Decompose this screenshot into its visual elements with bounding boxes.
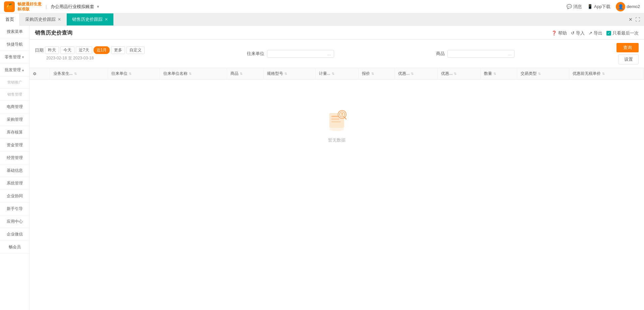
export-btn[interactable]: ↗ 导出	[589, 30, 602, 36]
sort-icon-partner-code: ⇅	[129, 72, 131, 75]
expand-btn[interactable]: ⛶	[635, 17, 640, 22]
filter-buttons: 查询 设置	[616, 43, 639, 64]
th-pretax-price[interactable]: 优惠前无税单价 ⇅	[569, 68, 644, 80]
sort-icon-unit: ⇅	[332, 72, 334, 75]
sort-icon-discount2: ⇅	[454, 72, 457, 75]
filter-section: 日期 昨天 今天 近7天 近1月 更多 自定义 2023-02-18 至 202…	[30, 40, 644, 68]
sidebar-item-retail-mgmt[interactable]: 零售管理 ▼	[0, 51, 29, 64]
system-title: 办公用品行业模拟账套	[51, 4, 94, 10]
sidebar-item-operations-mgmt[interactable]: 经营管理	[0, 152, 29, 164]
user-menu[interactable]: 👤 demo2	[616, 2, 640, 11]
sort-icon-pretax-price: ⇅	[602, 72, 605, 75]
help-btn[interactable]: ❓ 帮助	[551, 30, 567, 36]
sort-icon-trade-type: ⇅	[538, 72, 541, 75]
tab-sales[interactable]: 销售历史价跟踪 ✕	[67, 13, 114, 25]
th-spec[interactable]: 规格型号 ⇅	[264, 68, 316, 80]
tabbar: 首页 采购历史价跟踪 ✕ 销售历史价跟踪 ✕ ✕ ⛶	[0, 13, 644, 25]
date-btn-yesterday[interactable]: 昨天	[45, 46, 59, 54]
sidebar-item-wholesale-mgmt[interactable]: 批发管理 ▲	[0, 64, 29, 76]
th-trade-type[interactable]: 交易类型 ⇅	[517, 68, 569, 80]
sidebar-item-app-center[interactable]: 应用中心	[0, 215, 29, 228]
sidebar-item-quick-nav[interactable]: 快捷导航	[0, 38, 29, 51]
sidebar-item-purchase-mgmt[interactable]: 采购管理	[0, 113, 29, 126]
sidebar-item-new-guide[interactable]: 新手引导	[0, 203, 29, 215]
sort-icon-quantity: ⇅	[493, 72, 496, 75]
empty-icon	[323, 106, 350, 133]
svg-point-8	[341, 113, 343, 114]
content-area: 销售历史价查询 ❓ 帮助 ↺ 导入 ↗ 导出 ✓ 只看最后一次	[30, 25, 644, 310]
date-btn-7days[interactable]: 近7天	[76, 46, 92, 54]
sort-icon-quoted-price: ⇅	[371, 72, 374, 75]
topbar: 🍊 畅捷通好生意 标准版 | 办公用品行业模拟账套 ▾ 💬 消息 📱 App下载…	[0, 0, 644, 13]
th-unit[interactable]: 计量... ⇅	[315, 68, 358, 80]
app-download-icon: 📱	[587, 4, 593, 9]
th-quoted-price[interactable]: 报价 ⇅	[358, 68, 395, 80]
wholesale-arrow-icon: ▲	[21, 68, 25, 72]
date-range-text: 2023-02-18 至 2023-03-18	[46, 56, 94, 60]
partner-input[interactable]	[270, 51, 327, 56]
tabbar-actions: ✕ ⛶	[629, 17, 644, 22]
sidebar-item-enterprise-coop[interactable]: 企业协同	[0, 190, 29, 203]
main-layout: 搜索菜单 快捷导航 零售管理 ▼ 批发管理 ▲ 营销推广 销售管理 电商管理 采	[0, 25, 644, 310]
import-btn[interactable]: ↺ 导入	[571, 30, 585, 36]
message-btn[interactable]: 💬 消息	[567, 4, 582, 10]
partner-label: 往来单位	[247, 51, 264, 57]
date-btn-custom[interactable]: 自定义	[126, 46, 145, 54]
th-product[interactable]: 商品 ⇅	[227, 68, 264, 80]
sidebar-item-system-mgmt[interactable]: 系统管理	[0, 177, 29, 190]
sort-icon-product: ⇅	[240, 72, 243, 75]
gear-icon[interactable]: ⚙	[33, 71, 37, 76]
th-partner-name[interactable]: 往来单位名称 ⇅	[160, 68, 227, 80]
th-discount2[interactable]: 优惠... ⇅	[438, 68, 481, 80]
settings-button[interactable]: 设置	[619, 54, 639, 64]
date-label: 日期	[35, 47, 44, 53]
th-gear[interactable]: ⚙	[30, 68, 50, 80]
partner-dots-icon: ...	[327, 51, 331, 56]
sidebar-item-member[interactable]: 畅会员	[0, 241, 29, 254]
filter-top-row: 日期 昨天 今天 近7天 近1月 更多 自定义 2023-02-18 至 202…	[35, 43, 639, 64]
message-icon: 💬	[567, 4, 572, 9]
data-table: ⚙ 业务发生... ⇅ 往来单位 ⇅	[30, 68, 644, 80]
sidebar-item-marketing[interactable]: 营销推广	[0, 76, 29, 89]
table-header: ⚙ 业务发生... ⇅ 往来单位 ⇅	[30, 68, 644, 80]
import-icon: ↺	[571, 31, 575, 36]
close-all-tabs-btn[interactable]: ✕	[629, 17, 633, 22]
user-avatar: 👤	[616, 2, 625, 11]
page-header-actions: ❓ 帮助 ↺ 导入 ↗ 导出 ✓ 只看最后一次	[551, 30, 639, 36]
page-title: 销售历史价查询	[35, 30, 72, 37]
sort-icon-discount1: ⇅	[411, 72, 414, 75]
tab-sales-close[interactable]: ✕	[105, 17, 108, 22]
sidebar-item-sales-mgmt[interactable]: 销售管理	[0, 89, 29, 101]
empty-text: 暂无数据	[328, 137, 345, 143]
sidebar-item-finance-mgmt[interactable]: 资金管理	[0, 139, 29, 152]
sidebar-item-inventory[interactable]: 库存核算	[0, 126, 29, 139]
product-filter: 商品 ...	[436, 50, 515, 58]
sidebar-item-basic-info[interactable]: 基础信息	[0, 164, 29, 177]
product-dots-icon: ...	[508, 51, 512, 56]
th-partner-code[interactable]: 往来单位 ⇅	[108, 68, 160, 80]
app-download-btn[interactable]: 📱 App下载	[587, 4, 610, 10]
date-btn-1month[interactable]: 近1月	[94, 46, 110, 54]
query-button[interactable]: 查询	[616, 43, 639, 52]
product-input[interactable]	[450, 51, 508, 56]
only-last-checkbox[interactable]: ✓ 只看最后一次	[606, 30, 639, 36]
brand-logo: 🍊	[4, 1, 15, 12]
sidebar-item-search-menu[interactable]: 搜索菜单	[0, 25, 29, 38]
sidebar-item-enterprise-wechat[interactable]: 企业微信	[0, 228, 29, 241]
date-btn-more[interactable]: 更多	[111, 46, 125, 54]
system-title-dropdown-icon[interactable]: ▾	[97, 4, 99, 9]
empty-state: 暂无数据	[30, 80, 644, 170]
product-input-wrap[interactable]: ...	[447, 50, 515, 58]
th-discount1[interactable]: 优惠... ⇅	[395, 68, 438, 80]
svg-rect-3	[331, 118, 339, 120]
checkbox-icon: ✓	[606, 31, 611, 36]
sort-icon-spec: ⇅	[284, 72, 287, 75]
th-biz-date[interactable]: 业务发生... ⇅	[50, 68, 108, 80]
tab-home[interactable]: 首页	[0, 13, 20, 25]
tab-purchase-close[interactable]: ✕	[58, 17, 61, 22]
th-quantity[interactable]: 数量 ⇅	[481, 68, 517, 80]
sidebar-item-ecommerce-mgmt[interactable]: 电商管理	[0, 101, 29, 113]
date-btn-today[interactable]: 今天	[60, 46, 74, 54]
partner-input-wrap[interactable]: ...	[267, 50, 334, 58]
tab-purchase[interactable]: 采购历史价跟踪 ✕	[20, 13, 67, 25]
